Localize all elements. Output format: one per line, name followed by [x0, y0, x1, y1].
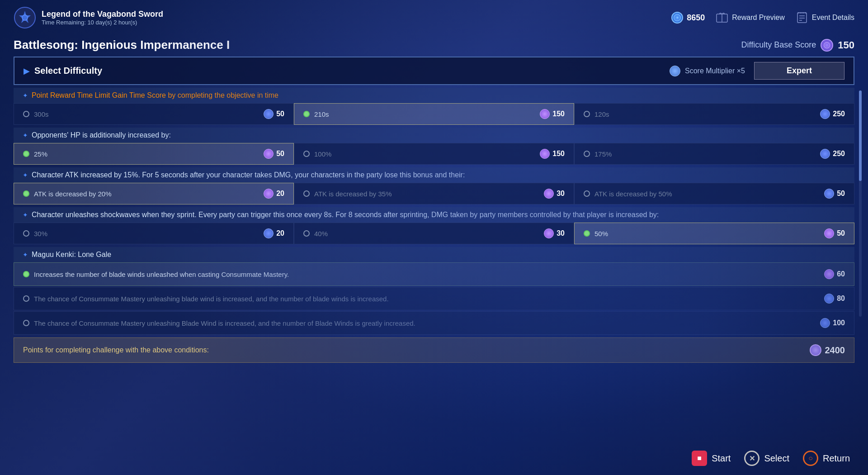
hp-increase-section: ✦ Opponents' HP is additionally increase… [14, 128, 854, 165]
atk-option-score-1: 30 [544, 189, 565, 199]
score-multiplier-label: Score Multiplier ×5 [685, 67, 745, 75]
currency-value: 8650 [687, 13, 705, 23]
scrollbar-thumb [859, 90, 862, 181]
event-details-label: Event Details [812, 14, 854, 22]
kenki-option-2[interactable]: The chance of Consummate Mastery unleash… [14, 311, 854, 335]
hp-increase-options: 25% 50 100% 150 175% 250 [14, 143, 854, 165]
event-details-btn[interactable]: Event Details [796, 11, 854, 24]
time-limit-header: ✦ Point Reward Time Limit Gain Time Scor… [14, 88, 854, 103]
hp-option-text-2: 175% [594, 150, 816, 158]
atk-option-1[interactable]: ATK is decreased by 35% 30 [294, 183, 574, 204]
points-value-area: 2400 [810, 344, 845, 356]
score-icon-2 [820, 109, 830, 119]
shock-option-score-0: 20 [264, 228, 284, 238]
hp-score-icon-2 [820, 149, 830, 159]
option-text-2: 120s [594, 110, 816, 118]
time-limit-option-2[interactable]: 120s 250 [574, 103, 854, 125]
kenki-header: ✦ Maguu Kenki: Lone Gale [14, 247, 854, 262]
shockwave-option-2[interactable]: 50% 50 [574, 223, 854, 244]
atk-radio-2 [584, 190, 590, 197]
option-text-1: 210s [314, 110, 535, 118]
row-arrow-icon: ▶ [24, 66, 30, 76]
event-details-icon [796, 11, 808, 24]
select-btn-label: Select [764, 453, 789, 464]
hp-option-text-0: 25% [34, 150, 259, 158]
kenki-option-text-0: Increases the number of blade winds unle… [34, 271, 820, 278]
atk-radio-1 [303, 190, 310, 197]
kenki-option-1[interactable]: The chance of Consummate Mastery unleash… [14, 287, 854, 310]
time-limit-option-0[interactable]: 300s 50 [14, 103, 294, 125]
atk-score-num-0: 20 [276, 190, 284, 198]
svg-text:✦: ✦ [676, 16, 679, 20]
option-text-0: 300s [34, 110, 259, 118]
time-limit-option-1[interactable]: 210s 150 [294, 103, 574, 125]
shockwave-option-1[interactable]: 40% 30 [294, 223, 574, 244]
kenki-arrow-icon: ✦ [23, 251, 28, 258]
radio-1 [303, 111, 310, 117]
section-arrow-icon2: ✦ [23, 132, 28, 139]
select-button[interactable]: ✕ Select [744, 451, 789, 466]
atk-score-icon-2 [824, 189, 834, 199]
atk-option-0[interactable]: ATK is decreased by 20% 20 [14, 183, 294, 204]
difficulty-base-score-label: Difficulty Base Score [741, 40, 816, 50]
kenki-option-0[interactable]: Increases the number of blade winds unle… [14, 262, 854, 286]
option-score-0: 50 [264, 109, 284, 119]
multiplier-icon [670, 66, 680, 76]
shockwave-header: ✦ Character unleashes shockwaves when th… [14, 207, 854, 223]
shock-score-num-2: 50 [837, 229, 845, 238]
score-num-2: 250 [833, 110, 845, 118]
hp-radio-2 [584, 151, 590, 157]
start-btn-label: Start [712, 453, 731, 464]
hp-option-0[interactable]: 25% 50 [14, 143, 294, 165]
difficulty-current-value[interactable]: Expert [754, 62, 844, 80]
reward-preview-label: Reward Preview [732, 14, 784, 22]
atk-score-num-2: 50 [837, 190, 845, 198]
atk-header: ✦ Character ATK increased by 15%. For 5 … [14, 167, 854, 183]
shock-option-text-1: 40% [314, 230, 539, 238]
svg-rect-5 [797, 13, 807, 23]
score-num-1: 150 [552, 110, 565, 118]
shock-radio-1 [303, 230, 310, 237]
kenki-score-icon-1 [824, 294, 834, 304]
time-limit-options: 300s 50 210s 150 120s 250 [14, 103, 854, 125]
atk-option-text-0: ATK is decreased by 20% [34, 190, 259, 198]
svg-point-10 [826, 43, 828, 46]
hp-option-text-1: 100% [314, 150, 535, 158]
game-logo-icon [14, 6, 36, 29]
hp-option-2[interactable]: 175% 250 [574, 143, 854, 165]
return-button[interactable]: ○ Return [803, 451, 850, 466]
time-limit-section: ✦ Point Reward Time Limit Gain Time Scor… [14, 88, 854, 125]
kenki-option-score-1: 80 [824, 294, 845, 304]
radio-2 [584, 111, 590, 117]
kenki-title: Maguu Kenki: Lone Gale [32, 251, 111, 259]
shockwave-title: Character unleashes shockwaves when they… [32, 211, 659, 219]
kenki-score-icon-2 [820, 318, 830, 328]
score-multiplier-area: Score Multiplier ×5 [670, 66, 745, 76]
game-title: Legend of the Vagabond Sword Time Remain… [42, 10, 163, 26]
return-btn-icon: ○ [803, 451, 818, 466]
shock-option-text-0: 30% [34, 230, 259, 238]
hp-radio-0 [23, 151, 29, 157]
atk-option-2[interactable]: ATK is decreased by 50% 50 [574, 183, 854, 204]
game-title-main: Legend of the Vagabond Sword [42, 10, 163, 19]
hp-score-icon-0 [264, 149, 274, 159]
kenki-score-num-1: 80 [837, 294, 845, 303]
reward-preview-btn[interactable]: Reward Preview [716, 11, 784, 24]
atk-option-text-1: ATK is decreased by 35% [314, 190, 539, 198]
kenki-option-score-2: 100 [820, 318, 845, 328]
section-arrow-icon: ✦ [23, 92, 28, 99]
kenki-option-text-2: The chance of Consummate Mastery unleash… [34, 319, 816, 327]
start-button[interactable]: ■ Start [692, 451, 731, 466]
atk-option-score-0: 20 [264, 189, 284, 199]
hp-increase-header: ✦ Opponents' HP is additionally increase… [14, 128, 854, 143]
hp-option-1[interactable]: 100% 150 [294, 143, 574, 165]
hp-radio-1 [303, 151, 310, 157]
main-content: ▶ Select Difficulty Score Multiplier ×5 … [0, 57, 868, 363]
shockwave-option-0[interactable]: 30% 20 [14, 223, 294, 244]
difficulty-selector-row[interactable]: ▶ Select Difficulty Score Multiplier ×5 … [14, 57, 854, 85]
option-score-2: 250 [820, 109, 845, 119]
atk-options: ATK is decreased by 20% 20 ATK is decrea… [14, 183, 854, 204]
option-score-1: 150 [540, 109, 565, 119]
kenki-radio-1 [23, 295, 29, 302]
scrollbar[interactable] [859, 90, 862, 317]
